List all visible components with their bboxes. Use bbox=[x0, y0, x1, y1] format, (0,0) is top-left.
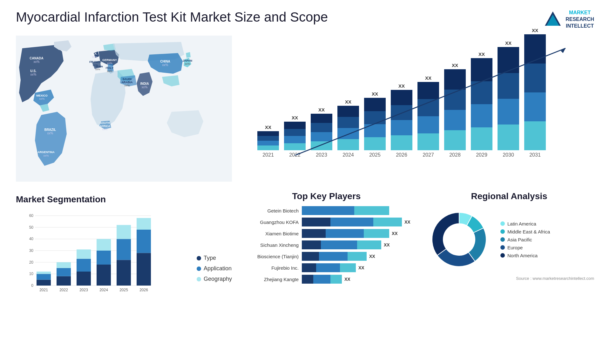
stacked-bar-2027 bbox=[417, 82, 439, 150]
bar-year-2028: 2028 bbox=[449, 152, 461, 158]
svg-text:2026: 2026 bbox=[139, 288, 148, 292]
svg-text:40: 40 bbox=[29, 237, 34, 241]
player-name: Zhejiang Kangte bbox=[241, 277, 299, 282]
svg-rect-61 bbox=[77, 250, 91, 259]
stacked-bar-2022 bbox=[284, 122, 306, 150]
logo-icon bbox=[543, 10, 562, 29]
svg-rect-65 bbox=[97, 239, 111, 251]
bottom-right-grid: Top Key Players Getein BiotechGuangzhou … bbox=[241, 191, 594, 286]
player-name: Fujirebio Inc. bbox=[241, 265, 299, 271]
bar-group-2029: XX2029 bbox=[471, 51, 492, 158]
stacked-bar-2023 bbox=[311, 114, 332, 150]
players-list: Getein BiotechGuangzhou KOFAXXXiamen Bio… bbox=[241, 206, 411, 284]
player-name: Getein Biotech bbox=[241, 208, 299, 213]
seg-legend-item-type: Type bbox=[197, 255, 232, 261]
regional-content: Latin AmericaMiddle East & AfricaAsia Pa… bbox=[424, 205, 594, 274]
logo-container: MARKET RESEARCH INTELLECT bbox=[543, 10, 594, 29]
player-bar-container: XX bbox=[302, 240, 411, 249]
svg-text:50: 50 bbox=[29, 225, 34, 230]
bar-group-2031: XX2031 bbox=[524, 28, 546, 158]
player-bar-container: XX bbox=[302, 252, 411, 261]
svg-text:SOUTH: SOUTH bbox=[100, 121, 110, 125]
map-svg-container: CANADA xx% U.S. xx% MEXICO xx% BRAZIL xx… bbox=[16, 36, 232, 182]
segmentation-content: 6050403020100202120222023202420252026 Ty… bbox=[16, 209, 232, 292]
page-title: Myocardial Infarction Test Kit Market Si… bbox=[16, 10, 328, 25]
player-bar-seg2 bbox=[319, 252, 348, 261]
page-container: Myocardial Infarction Test Kit Market Si… bbox=[0, 0, 610, 364]
bar-value-2021: XX bbox=[265, 125, 271, 130]
player-row: Xiamen BiotimeXX bbox=[241, 229, 411, 238]
stacked-bar-2021 bbox=[257, 131, 279, 150]
svg-rect-67 bbox=[117, 260, 131, 286]
svg-text:0: 0 bbox=[31, 283, 33, 288]
svg-text:xx%: xx% bbox=[107, 70, 112, 73]
logo-line1: MARKET bbox=[566, 10, 594, 16]
regional-legend-dot bbox=[500, 237, 505, 242]
svg-text:xx%: xx% bbox=[30, 73, 37, 76]
bar-year-2023: 2023 bbox=[316, 152, 327, 158]
player-bar bbox=[302, 240, 381, 249]
svg-text:xx%: xx% bbox=[142, 85, 148, 89]
bar-group-2025: XX2025 bbox=[364, 91, 386, 158]
seg-chart-container: 6050403020100202120222023202420252026 bbox=[25, 209, 187, 292]
svg-text:INDIA: INDIA bbox=[140, 82, 149, 85]
regional-legend: Latin AmericaMiddle East & AfricaAsia Pa… bbox=[500, 221, 550, 258]
svg-rect-53 bbox=[37, 272, 51, 274]
regional-legend-item: Middle East & Africa bbox=[500, 229, 550, 234]
stacked-bar-2024 bbox=[337, 106, 359, 150]
player-bar-seg2 bbox=[316, 263, 340, 272]
segmentation-title: Market Segmentation bbox=[16, 194, 232, 205]
bar-value-2023: XX bbox=[318, 107, 325, 112]
player-value: XX bbox=[369, 254, 375, 259]
bar-group-2023: XX2023 bbox=[311, 107, 332, 158]
svg-text:2023: 2023 bbox=[79, 288, 88, 292]
player-bar bbox=[302, 275, 342, 284]
logo-text: MARKET RESEARCH INTELLECT bbox=[566, 10, 594, 29]
player-bar-seg3 bbox=[357, 240, 381, 249]
stacked-bar-2028 bbox=[444, 69, 466, 150]
donut-chart-svg bbox=[424, 205, 494, 274]
bar-chart-bars: XX2021XX2022XX2023XX2024XX2025XX2026XX20… bbox=[254, 42, 588, 169]
svg-text:xx%: xx% bbox=[107, 62, 112, 65]
bar-year-2025: 2025 bbox=[369, 152, 381, 158]
svg-text:xx%: xx% bbox=[92, 55, 97, 58]
regional-title: Regional Analysis bbox=[424, 191, 594, 201]
bottom-center-section: Top Key Players Getein BiotechGuangzhou … bbox=[241, 191, 594, 295]
regional-legend-item: Asia Pacific bbox=[500, 237, 550, 242]
bar-value-2027: XX bbox=[425, 75, 431, 81]
player-bar-seg2 bbox=[302, 206, 354, 215]
svg-rect-63 bbox=[97, 265, 111, 286]
player-bar-container: XX bbox=[302, 275, 411, 284]
player-value: XX bbox=[344, 277, 350, 282]
players-section: Top Key Players Getein BiotechGuangzhou … bbox=[241, 191, 411, 286]
donut-segment-4 bbox=[432, 212, 459, 255]
svg-rect-51 bbox=[37, 280, 51, 286]
svg-text:xx%: xx% bbox=[95, 68, 100, 71]
seg-legend-label: Application bbox=[204, 265, 232, 272]
svg-rect-55 bbox=[57, 276, 71, 286]
stacked-bar-2030 bbox=[498, 47, 519, 150]
player-value: XX bbox=[384, 242, 390, 247]
bar-group-2021: XX2021 bbox=[257, 125, 279, 158]
player-bar-container: XX bbox=[302, 229, 411, 238]
player-bar-seg1 bbox=[302, 229, 326, 238]
seg-legend-label: Geography bbox=[204, 276, 232, 282]
bar-value-2030: XX bbox=[505, 40, 512, 46]
svg-text:2025: 2025 bbox=[119, 288, 128, 292]
regional-legend-dot bbox=[500, 229, 505, 234]
svg-rect-73 bbox=[137, 218, 151, 230]
svg-text:U.S.: U.S. bbox=[30, 69, 37, 73]
player-row: Sichuan XinchengXX bbox=[241, 240, 411, 249]
stacked-bar-2025 bbox=[364, 98, 386, 150]
regional-legend-item: Europe bbox=[500, 245, 550, 250]
player-name: Xiamen Biotime bbox=[241, 231, 299, 236]
regional-legend-label: Middle East & Africa bbox=[507, 229, 550, 234]
player-bar-container bbox=[302, 206, 411, 215]
player-bar-seg3 bbox=[348, 252, 367, 261]
svg-text:BRAZIL: BRAZIL bbox=[44, 128, 56, 131]
svg-rect-56 bbox=[57, 268, 71, 276]
donut-chart-container bbox=[424, 205, 494, 274]
bar-year-2022: 2022 bbox=[289, 152, 301, 158]
player-value: XX bbox=[392, 231, 398, 236]
svg-text:60: 60 bbox=[29, 213, 34, 218]
